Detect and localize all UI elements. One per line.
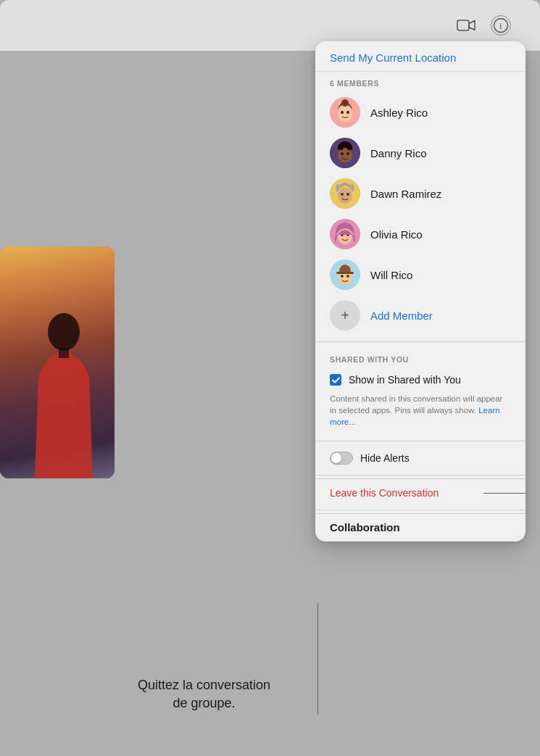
info-icon[interactable]: i bbox=[491, 15, 511, 36]
svg-point-13 bbox=[346, 152, 349, 155]
annotation-line-indicator bbox=[483, 493, 526, 494]
svg-point-6 bbox=[338, 106, 352, 122]
svg-point-18 bbox=[338, 188, 352, 204]
divider-2 bbox=[315, 441, 526, 441]
member-name-danny: Danny Rico bbox=[370, 147, 427, 159]
svg-point-20 bbox=[346, 193, 349, 196]
svg-point-12 bbox=[341, 152, 344, 155]
svg-point-9 bbox=[341, 99, 349, 107]
avatar-ashley bbox=[330, 97, 360, 128]
annotation-line1: Quittez la conversation bbox=[138, 676, 270, 694]
members-section-label: 6 Members bbox=[315, 72, 526, 92]
member-list: Ashley Rico bbox=[315, 92, 526, 338]
member-item-ashley[interactable]: Ashley Rico bbox=[315, 92, 526, 133]
svg-point-28 bbox=[346, 275, 349, 278]
leave-row: Leave this Conversation bbox=[315, 478, 526, 507]
svg-point-27 bbox=[341, 275, 344, 278]
member-name-ashley: Ashley Rico bbox=[370, 107, 428, 119]
hide-alerts-label: Hide Alerts bbox=[360, 452, 410, 464]
member-item-danny[interactable]: Danny Rico bbox=[315, 133, 526, 173]
vertical-annotation-line bbox=[317, 603, 318, 715]
shared-with-you-section: Shared with You Show in Shared with You … bbox=[315, 345, 526, 438]
divider-1 bbox=[315, 341, 526, 342]
avatar-danny bbox=[330, 138, 360, 168]
leave-conversation-button[interactable]: Leave this Conversation bbox=[330, 487, 439, 499]
annotation-callout: Quittez la conversation de groupe. bbox=[138, 676, 270, 713]
svg-rect-1 bbox=[59, 348, 69, 358]
video-call-icon[interactable] bbox=[456, 15, 476, 36]
collaboration-label: Collaboration bbox=[330, 521, 400, 533]
svg-point-16 bbox=[346, 144, 352, 150]
svg-point-19 bbox=[341, 193, 344, 196]
add-member-button[interactable]: + Add Member bbox=[315, 295, 526, 336]
person-silhouette bbox=[31, 304, 96, 478]
member-item-dawn[interactable]: Dawn Ramirez bbox=[315, 173, 526, 214]
member-name-olivia: Olivia Rico bbox=[370, 228, 423, 241]
member-name-will: Will Rico bbox=[370, 269, 412, 281]
shared-section-label: Shared with You bbox=[315, 348, 526, 368]
svg-text:i: i bbox=[499, 21, 502, 31]
member-item-olivia[interactable]: Olivia Rico bbox=[315, 214, 526, 254]
show-in-shared-checkbox[interactable] bbox=[330, 374, 341, 386]
avatar-will bbox=[330, 259, 360, 290]
svg-rect-2 bbox=[457, 20, 469, 30]
member-item-will[interactable]: Will Rico bbox=[315, 254, 526, 295]
add-member-label: Add Member bbox=[370, 310, 433, 322]
add-circle-icon: + bbox=[330, 300, 360, 331]
hide-alerts-toggle[interactable] bbox=[330, 452, 353, 465]
divider-4 bbox=[315, 510, 526, 510]
photo-thumbnail bbox=[0, 246, 115, 478]
show-in-shared-label: Show in Shared with You bbox=[349, 374, 461, 386]
avatar-dawn bbox=[330, 178, 360, 209]
svg-point-0 bbox=[48, 313, 80, 351]
svg-rect-29 bbox=[336, 272, 354, 274]
show-in-shared-row[interactable]: Show in Shared with You bbox=[315, 368, 526, 391]
svg-point-11 bbox=[338, 148, 352, 162]
avatar-olivia bbox=[330, 219, 360, 249]
divider-3 bbox=[315, 475, 526, 475]
collaboration-row[interactable]: Collaboration bbox=[315, 513, 526, 541]
send-location-button[interactable]: Send My Current Location bbox=[315, 41, 526, 72]
member-name-dawn: Dawn Ramirez bbox=[370, 188, 441, 200]
hide-alerts-row[interactable]: Hide Alerts bbox=[315, 444, 526, 472]
shared-description: Content shared in this conversation will… bbox=[315, 391, 526, 435]
svg-point-7 bbox=[341, 111, 344, 114]
annotation-line2: de groupe. bbox=[138, 694, 270, 713]
popover-panel: Send My Current Location 6 Members bbox=[315, 41, 526, 541]
svg-point-8 bbox=[346, 111, 349, 114]
